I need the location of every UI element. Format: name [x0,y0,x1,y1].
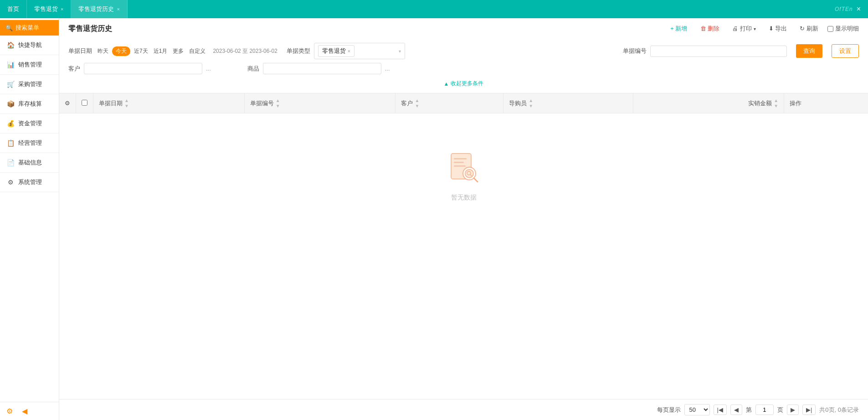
collapse-sidebar-icon[interactable]: ◀ [22,407,27,415]
th-guide-label: 导购员 [509,99,527,108]
page-label: 第 [746,406,752,414]
type-tag-remove[interactable]: × [348,48,350,54]
date-shortcut-more[interactable]: 更多 [171,46,185,56]
sidebar-item-finance-label: 资金管理 [18,119,42,128]
th-bill-no-label: 单据编号 [250,99,274,108]
select-all-checkbox[interactable] [82,100,87,106]
total-info: 共0页, 0条记录 [819,406,859,414]
goods-dots[interactable]: ... [385,65,390,72]
page-title-bar: 零售退货历史 + 新增 🗑 删除 🖨 打印 ▾ ⬇ 导出 [68,23,859,35]
type-filter-select[interactable]: 零售退货 × ▾ [314,43,405,59]
bill-no-input[interactable] [650,46,787,57]
sidebar-item-inventory-label: 库存核算 [18,100,42,108]
refresh-button-label: ↻ 刷新 [800,25,818,33]
date-shortcut-today[interactable]: 今天 [112,46,130,56]
collapse-bar[interactable]: ▲ 收起更多条件 [68,78,859,90]
delete-button-label: 🗑 删除 [700,25,720,33]
refresh-button[interactable]: ↻ 刷新 [796,23,822,35]
date-filter-label: 单据日期 [68,47,92,55]
export-button[interactable]: ⬇ 导出 [765,23,791,35]
system-icon: ⚙ [6,178,15,186]
toolbar: + 新增 🗑 删除 🖨 打印 ▾ ⬇ 导出 ↻ 刷新 [667,23,859,35]
th-amount-sort[interactable]: ▲▼ [774,98,778,108]
filter-area: 单据日期 昨天 今天 近7天 近1月 更多 自定义 2023-06-02 至 2… [68,39,859,93]
settings-button[interactable]: 设置 [832,44,859,58]
purchase-icon: 🛒 [6,80,15,88]
page-number-input[interactable] [755,405,774,415]
type-filter: 单据类型 零售退货 × ▾ [287,43,405,59]
new-button-label: + 新增 [670,25,687,33]
sidebar-item-purchase[interactable]: 🛒 采购管理 [0,75,59,94]
sidebar-item-sales[interactable]: 📊 销售管理 [0,55,59,75]
print-button[interactable]: 🖨 打印 ▾ [729,23,760,35]
show-detail-checkbox[interactable] [827,26,833,32]
sidebar-item-purchase-label: 采购管理 [18,80,42,88]
date-shortcut-1month[interactable]: 近1月 [152,46,169,56]
per-page-select[interactable]: 10 20 50 100 [684,404,710,415]
settings-bottom-icon[interactable]: ⚙ [6,407,13,415]
date-shortcut-yesterday[interactable]: 昨天 [96,46,110,56]
customer-dots[interactable]: ... [206,65,211,72]
main-layout: 🔍 搜索菜单 🏠 快捷导航 📊 销售管理 🛒 采购管理 📦 库存核算 💰 资金管… [0,18,868,420]
sidebar: 🔍 搜索菜单 🏠 快捷导航 📊 销售管理 🛒 采购管理 📦 库存核算 💰 资金管… [0,18,59,420]
page-last-button[interactable]: ▶| [802,405,816,415]
sidebar-item-system[interactable]: ⚙ 系统管理 [0,173,59,192]
tab-home[interactable]: 首页 [0,0,27,18]
goods-label: 商品 [247,65,259,73]
window-close-button[interactable]: × [857,5,861,13]
content-area: 零售退货历史 + 新增 🗑 删除 🖨 打印 ▾ ⬇ 导出 [59,18,868,420]
th-bill-no-sort[interactable]: ▲▼ [276,98,280,108]
sidebar-item-quick-nav-label: 快捷导航 [18,41,42,49]
bill-no-label: 单据编号 [623,47,647,55]
new-button[interactable]: + 新增 [667,23,691,35]
inventory-icon: 📦 [6,100,15,108]
th-operation-label: 操作 [790,100,801,107]
delete-button[interactable]: 🗑 删除 [697,23,724,35]
goods-input[interactable] [263,63,381,74]
th-date-sort[interactable]: ▲▼ [124,98,129,108]
svg-line-6 [474,178,478,182]
date-shortcut-custom[interactable]: 自定义 [187,46,207,56]
tab-retail-return-history[interactable]: 零售退货历史 × [71,0,127,18]
sidebar-item-operations[interactable]: 📋 经营管理 [0,133,59,153]
th-amount: 实销金额 ▲▼ [633,93,784,113]
sidebar-item-quick-nav[interactable]: 🏠 快捷导航 [0,36,59,55]
customer-input[interactable] [84,63,202,74]
svg-rect-1 [454,158,467,159]
finance-icon: 💰 [6,119,15,128]
type-tag-text: 零售退货 [322,47,346,55]
date-shortcut-7days[interactable]: 近7天 [132,46,150,56]
customer-filter: 客户 ... [68,63,211,74]
filter-row-1: 单据日期 昨天 今天 近7天 近1月 更多 自定义 2023-06-02 至 2… [68,43,859,59]
page-prev-button[interactable]: ◀ [730,405,742,415]
th-guide: 导购员 ▲▼ [503,93,633,113]
sidebar-item-finance[interactable]: 💰 资金管理 [0,114,59,133]
svg-rect-2 [454,162,464,163]
svg-point-5 [465,169,473,178]
brand-text: OfTEn [835,6,853,12]
th-date: 单据日期 ▲▼ [93,93,245,113]
th-customer-sort[interactable]: ▲▼ [415,98,419,108]
tab-retail-return-close[interactable]: × [61,6,63,12]
table-settings-icon[interactable]: ⚙ [65,100,70,107]
tab-list: 首页 零售退货 × 零售退货历史 × [0,0,835,18]
tab-retail-return[interactable]: 零售退货 × [27,0,71,18]
collapse-icon: ▲ [444,81,449,87]
tab-retail-return-history-close[interactable]: × [117,6,119,12]
th-guide-sort[interactable]: ▲▼ [529,98,533,108]
th-date-label: 单据日期 [99,99,123,108]
table-container: ⚙ 单据日期 ▲▼ 单据编号 [59,93,868,399]
export-button-label: ⬇ 导出 [769,25,787,33]
page-unit: 页 [777,406,783,414]
show-detail-checkbox-wrapper[interactable]: 显示明细 [827,25,859,33]
goods-filter: 商品 ... [247,63,390,74]
sidebar-item-basic-info[interactable]: 📄 基础信息 [0,153,59,173]
per-page-label: 每页显示 [657,406,681,414]
sidebar-item-basic-info-label: 基础信息 [18,159,42,167]
sidebar-item-inventory[interactable]: 📦 库存核算 [0,94,59,114]
page-next-button[interactable]: ▶ [787,405,799,415]
sidebar-search[interactable]: 🔍 搜索菜单 [0,20,59,36]
date-range-display: 2023-06-02 至 2023-06-02 [213,47,277,55]
query-button[interactable]: 查询 [796,44,822,58]
page-first-button[interactable]: |◀ [714,405,727,415]
